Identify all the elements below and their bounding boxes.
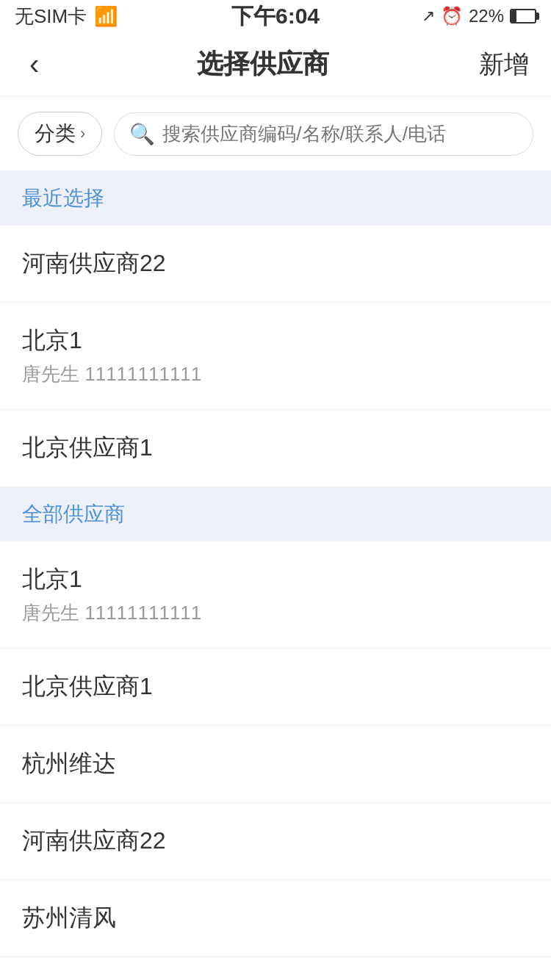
filter-bar: 分类 › 🔍	[0, 97, 551, 171]
wifi-icon: 📶	[94, 5, 118, 28]
recent-section-header: 最近选择	[0, 171, 551, 226]
item-name: 北京1	[22, 325, 529, 357]
alarm-icon: ⏰	[441, 6, 463, 26]
battery-icon	[510, 9, 536, 24]
list-item[interactable]: 苏州清风	[0, 880, 551, 957]
search-box[interactable]: 🔍	[114, 112, 533, 156]
list-item[interactable]: 北京1唐先生 11111111111	[0, 303, 551, 410]
category-button[interactable]: 分类 ›	[18, 112, 102, 156]
item-name: 北京供应商1	[22, 432, 529, 464]
search-input[interactable]	[162, 123, 518, 145]
item-name: 苏州清风	[22, 902, 529, 934]
all-section-header: 全部供应商	[0, 487, 551, 541]
list-item[interactable]: 河南供应商22	[0, 226, 551, 303]
search-icon: 🔍	[129, 122, 155, 146]
item-name: 北京供应商1	[22, 671, 529, 703]
battery-text: 22%	[469, 6, 504, 26]
status-right: ↗ ⏰ 22%	[422, 6, 536, 26]
list-item[interactable]: 河南供应商22	[0, 803, 551, 880]
chevron-right-icon: ›	[80, 124, 85, 143]
item-contact: 唐先生 11111111111	[22, 600, 529, 626]
nav-bar: ‹ 选择供应商 新增	[0, 32, 551, 97]
status-bar: 无SIM卡 📶 下午6:04 ↗ ⏰ 22%	[0, 0, 551, 32]
list-item[interactable]: 北京供应商1	[0, 649, 551, 726]
status-left: 无SIM卡 📶	[15, 4, 118, 29]
list-item[interactable]: 杭州维达	[0, 726, 551, 803]
carrier-text: 无SIM卡	[15, 4, 87, 29]
category-label: 分类	[35, 120, 76, 148]
list-item[interactable]: 北京供应商1	[0, 410, 551, 487]
item-name: 北京1	[22, 563, 529, 596]
item-name: 河南供应商22	[22, 248, 529, 280]
item-name: 河南供应商22	[22, 825, 529, 857]
add-button[interactable]: 新增	[479, 48, 529, 82]
page-title: 选择供应商	[197, 46, 329, 82]
location-icon: ↗	[422, 7, 435, 26]
all-list: 北京1唐先生 11111111111北京供应商1杭州维达河南供应商22苏州清风	[0, 541, 551, 957]
recent-list: 河南供应商22北京1唐先生 11111111111北京供应商1	[0, 226, 551, 487]
status-time: 下午6:04	[231, 1, 320, 32]
item-contact: 唐先生 11111111111	[22, 361, 529, 387]
back-button[interactable]: ‹	[22, 40, 46, 88]
item-name: 杭州维达	[22, 748, 529, 780]
list-item[interactable]: 北京1唐先生 11111111111	[0, 541, 551, 649]
